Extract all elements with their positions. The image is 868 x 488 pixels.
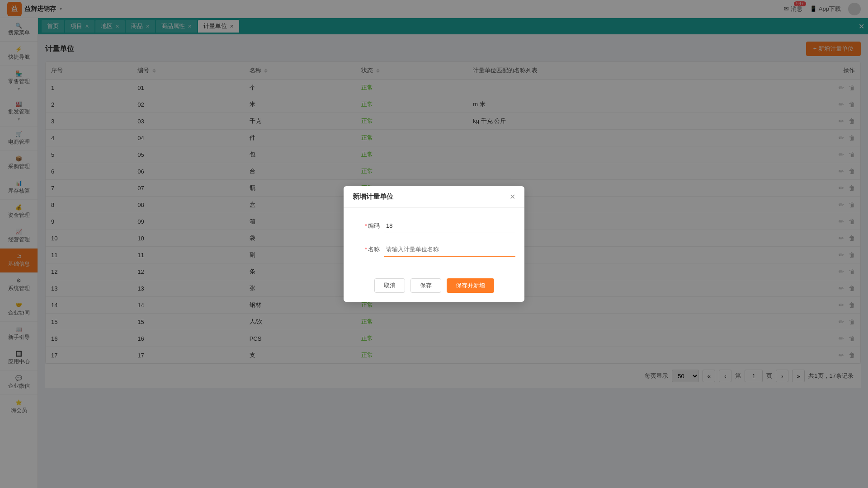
form-row-code: *编码 [353, 219, 515, 233]
add-unit-dialog: 新增计量单位 ✕ *编码 *名称 取消 保存 保存并新增 [344, 186, 524, 302]
save-and-add-button[interactable]: 保存并新增 [447, 278, 494, 293]
code-label: *编码 [353, 222, 380, 230]
name-label: *名称 [353, 245, 380, 253]
name-input[interactable] [384, 242, 515, 257]
required-star: * [365, 222, 367, 229]
dialog-overlay: 新增计量单位 ✕ *编码 *名称 取消 保存 保存并新增 [0, 0, 868, 488]
code-input[interactable] [384, 219, 515, 233]
form-row-name: *名称 [353, 242, 515, 257]
dialog-header: 新增计量单位 ✕ [344, 186, 524, 208]
save-button[interactable]: 保存 [410, 278, 441, 293]
dialog-title: 新增计量单位 [353, 192, 393, 201]
dialog-footer: 取消 保存 保存并新增 [344, 273, 524, 302]
dialog-close-button[interactable]: ✕ [509, 192, 515, 201]
dialog-body: *编码 *名称 [344, 208, 524, 273]
cancel-button[interactable]: 取消 [374, 278, 405, 293]
required-star: * [365, 246, 367, 253]
